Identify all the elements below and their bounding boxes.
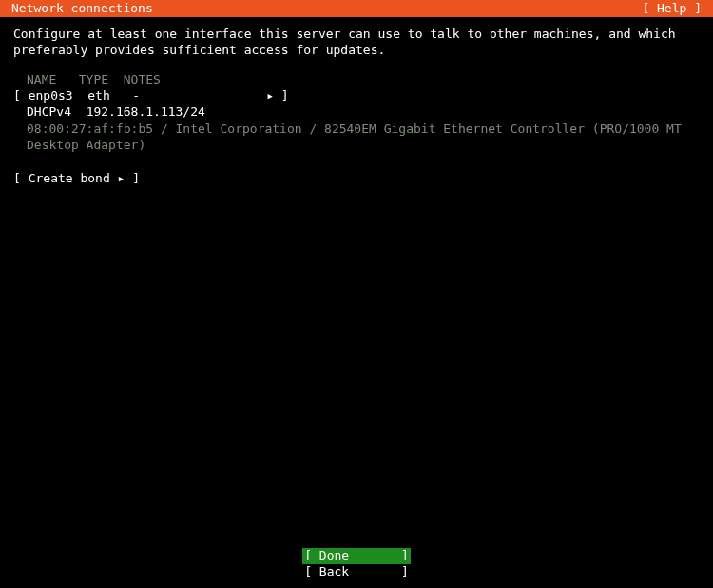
page-title: Network connections	[11, 1, 153, 17]
iface-notes: -	[132, 88, 140, 103]
col-notes: NOTES	[124, 72, 161, 86]
chevron-right-icon: ▸	[118, 171, 125, 185]
back-label: Back	[319, 564, 349, 579]
iface-method: DHCPv4	[27, 104, 71, 119]
col-type: TYPE	[79, 72, 108, 86]
title-bar: Network connections [ Help ]	[0, 0, 713, 17]
main-content: Configure at least one interface this se…	[0, 17, 713, 197]
help-button[interactable]: [ Help ]	[642, 1, 702, 17]
create-bond-label: Create bond	[29, 171, 110, 185]
interface-hardware: 08:00:27:af:fb:b5 / Intel Corporation / …	[27, 122, 700, 154]
iface-type: eth	[87, 88, 109, 103]
done-label: Done	[319, 548, 349, 562]
col-name: NAME	[27, 72, 56, 86]
instruction-text: Configure at least one interface this se…	[13, 27, 700, 59]
interface-row[interactable]: [ enp0s3 eth - ▸ ]	[13, 88, 700, 104]
chevron-right-icon: ▸	[266, 88, 274, 103]
column-headers: NAME TYPE NOTES	[27, 72, 700, 88]
iface-name: enp0s3	[29, 88, 73, 103]
create-bond-button[interactable]: [ Create bond ▸ ]	[13, 171, 700, 187]
footer-buttons: [ Done ] [ Back ]	[0, 548, 713, 580]
iface-address: 192.168.1.113/24	[87, 104, 205, 119]
back-button[interactable]: [ Back ]	[302, 564, 411, 580]
interface-detail: DHCPv4 192.168.1.113/24	[27, 104, 700, 121]
done-button[interactable]: [ Done ]	[302, 548, 411, 564]
